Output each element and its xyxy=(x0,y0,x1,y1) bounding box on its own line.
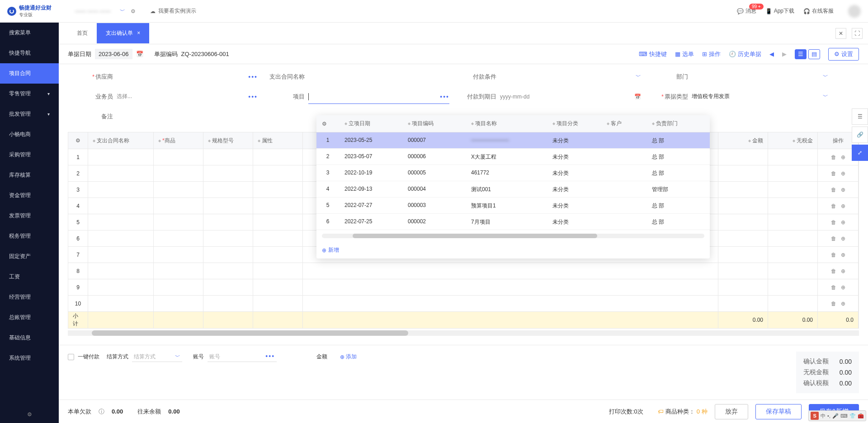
more-icon[interactable]: ••• xyxy=(248,73,258,80)
discard-button[interactable]: 放弃 xyxy=(715,404,748,419)
delete-icon[interactable]: 🗑 xyxy=(831,219,836,226)
dropdown-row[interactable]: 12023-05-25000007———————未分类总 部 xyxy=(316,132,710,149)
invoice-type-input[interactable]: 增值税专用发票﹀ xyxy=(692,89,828,104)
choose-doc-link[interactable]: ▦选单 xyxy=(675,50,694,58)
delete-icon[interactable]: 🗑 xyxy=(831,301,836,307)
sidebar-item[interactable]: 发票管理 xyxy=(0,206,59,226)
support-button[interactable]: 🎧 在线客服 xyxy=(803,7,834,15)
dropdown-config-icon[interactable]: ⚙ xyxy=(316,115,339,132)
sidebar-item[interactable]: 小畅电商 xyxy=(0,124,59,145)
sidebar-item[interactable]: 税务管理 xyxy=(0,226,59,246)
delete-icon[interactable]: 🗑 xyxy=(831,235,836,242)
horizontal-scrollbar[interactable] xyxy=(68,330,859,336)
delete-icon[interactable]: 🗑 xyxy=(831,252,836,258)
table-row[interactable]: 9🗑⊕ xyxy=(68,279,859,296)
sidebar-item[interactable]: 工资 xyxy=(0,267,59,287)
sidebar-item[interactable]: 经营管理 xyxy=(0,287,59,307)
pay-method-select[interactable]: 结算方式 ﹀ xyxy=(132,352,182,362)
rail-list-icon[interactable]: ☰ xyxy=(852,108,868,125)
view-card-button[interactable]: ▤ xyxy=(808,49,820,59)
dropdown-scrollbar[interactable] xyxy=(322,234,704,238)
doc-date-value[interactable]: 2023-06-06 xyxy=(95,49,132,59)
next-icon[interactable]: ▶ xyxy=(782,51,787,57)
dropdown-row[interactable]: 32022-10-19000005461772未分类总 部 xyxy=(316,165,710,181)
dropdown-row[interactable]: 52022-07-27000003预算项目1未分类总 部 xyxy=(316,197,710,214)
sidebar-item[interactable]: 基础信息 xyxy=(0,328,59,348)
close-icon[interactable]: × xyxy=(137,30,140,36)
demo-link[interactable]: ☁ 我要看实例演示 xyxy=(150,7,196,15)
copy-icon[interactable]: ⊕ xyxy=(841,235,845,242)
copy-icon[interactable]: ⊕ xyxy=(841,170,845,177)
dropdown-row[interactable]: 22023-05-07000006X大厦工程未分类总 部 xyxy=(316,149,710,165)
due-date-input[interactable]: yyyy-mm-dd📅 xyxy=(500,89,641,104)
contract-name-input[interactable] xyxy=(308,70,449,84)
sidebar-item[interactable]: 零售管理▾ xyxy=(0,84,59,104)
info-icon[interactable]: ⓘ xyxy=(99,408,104,416)
tab-home[interactable]: 首页 xyxy=(68,23,97,43)
chevron-down-icon[interactable]: ﹀ xyxy=(120,7,125,15)
dept-input[interactable]: ﹀ xyxy=(692,70,828,84)
copy-icon[interactable]: ⊕ xyxy=(841,252,845,258)
sidebar-item[interactable]: 资金管理 xyxy=(0,185,59,206)
rail-expand-icon[interactable]: ⤢ xyxy=(852,145,868,161)
calendar-icon[interactable]: 📅 xyxy=(136,51,143,57)
account-input[interactable]: 账号••• xyxy=(208,352,277,362)
copy-icon[interactable]: ⊕ xyxy=(841,187,845,193)
delete-icon[interactable]: 🗑 xyxy=(831,203,836,209)
operate-link[interactable]: ⊞操作 xyxy=(702,50,721,58)
ime-mic-icon[interactable]: 🎤 xyxy=(832,413,839,419)
copy-icon[interactable]: ⊕ xyxy=(841,219,845,226)
view-list-button[interactable]: ☰ xyxy=(795,49,807,59)
delete-icon[interactable]: 🗑 xyxy=(831,268,836,274)
ime-punct-icon[interactable]: •, xyxy=(827,413,830,418)
supplier-input[interactable]: ••• xyxy=(117,70,258,84)
dropdown-row[interactable]: 42022-09-13000004测试001未分类管理部 xyxy=(316,181,710,197)
messages-button[interactable]: 💬 消息 99 + xyxy=(737,7,756,15)
sidebar-item[interactable]: 项目合同 xyxy=(0,63,59,84)
copy-icon[interactable]: ⊕ xyxy=(841,203,845,209)
project-input[interactable]: ••• xyxy=(308,89,449,104)
delete-icon[interactable]: 🗑 xyxy=(831,284,836,291)
shortcut-link[interactable]: ⌨快捷键 xyxy=(639,50,667,58)
settings-button[interactable]: ⚙设置 xyxy=(828,48,859,61)
save-draft-button[interactable]: 保存草稿 xyxy=(755,404,802,419)
copy-icon[interactable]: ⊕ xyxy=(841,268,845,274)
tab-expand-button[interactable]: ⛶ xyxy=(852,28,863,39)
ime-lang[interactable]: 中 xyxy=(821,413,826,419)
sidebar-item[interactable]: 库存核算 xyxy=(0,165,59,185)
more-icon[interactable]: ••• xyxy=(440,93,449,100)
ime-toolbar[interactable]: S 中 •, 🎤 ⌨ 👕 🧰 xyxy=(808,410,866,421)
prev-icon[interactable]: ◀ xyxy=(769,51,774,57)
table-row[interactable]: 10🗑⊕ xyxy=(68,296,859,312)
dropdown-row[interactable]: 62022-07-250000027月项目未分类总 部 xyxy=(316,214,710,230)
delete-icon[interactable]: 🗑 xyxy=(831,187,836,193)
gear-icon[interactable]: ⚙ xyxy=(131,8,136,14)
copy-icon[interactable]: ⊕ xyxy=(841,301,845,307)
sidebar-item[interactable]: 总账管理 xyxy=(0,307,59,328)
delete-icon[interactable]: 🗑 xyxy=(831,170,836,177)
pay-term-input[interactable]: ﹀ xyxy=(500,70,641,84)
sidebar-item[interactable]: 系统管理 xyxy=(0,348,59,368)
table-row[interactable]: 8🗑⊕ xyxy=(68,263,859,279)
copy-icon[interactable]: ⊕ xyxy=(841,154,845,160)
rail-attach-icon[interactable]: 🔗 xyxy=(852,127,868,143)
tab-expense-confirm[interactable]: 支出确认单 × xyxy=(97,23,149,43)
ime-toolbox-icon[interactable]: 🧰 xyxy=(858,413,864,419)
tab-close-all-button[interactable]: ✕ xyxy=(835,28,846,39)
sidebar-settings-icon[interactable]: ⚙ xyxy=(0,406,59,423)
column-config-button[interactable]: ⚙ xyxy=(68,132,88,149)
sidebar-item[interactable]: 搜索菜单 xyxy=(0,23,59,43)
copy-icon[interactable]: ⊕ xyxy=(841,284,845,291)
sidebar-item[interactable]: 采购管理 xyxy=(0,145,59,165)
sidebar-item[interactable]: 批发管理▾ xyxy=(0,104,59,124)
app-download-button[interactable]: 📱 App下载 xyxy=(765,7,794,15)
org-selector[interactable]: —— —— —— xyxy=(75,8,111,14)
more-icon[interactable]: ••• xyxy=(265,352,275,360)
ime-skin-icon[interactable]: 👕 xyxy=(849,413,856,419)
more-icon[interactable]: ••• xyxy=(248,93,258,100)
sales-input[interactable]: 选择...••• xyxy=(117,89,258,104)
delete-icon[interactable]: 🗑 xyxy=(831,154,836,160)
sidebar-item[interactable]: 固定资产 xyxy=(0,246,59,267)
calendar-icon[interactable]: 📅 xyxy=(634,94,641,100)
add-link[interactable]: ⊕添加 xyxy=(340,353,357,361)
